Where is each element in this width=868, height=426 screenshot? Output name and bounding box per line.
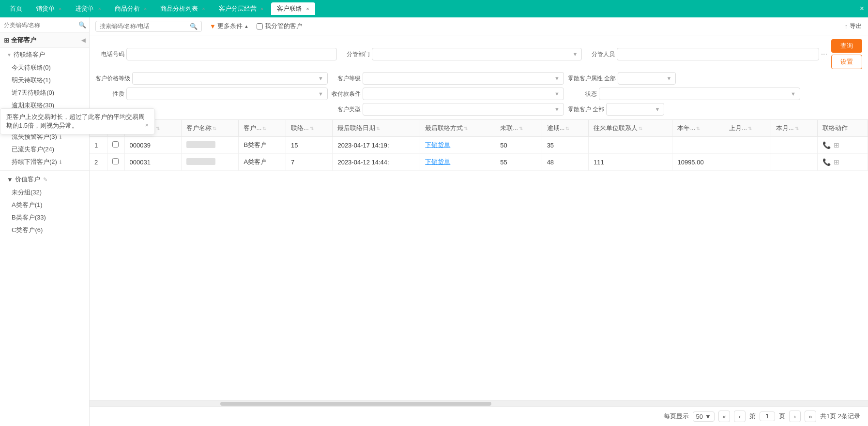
first-page-btn[interactable]: « bbox=[718, 411, 730, 422]
th-overdue[interactable]: 逾期...⇅ bbox=[542, 120, 588, 137]
search-input[interactable] bbox=[100, 23, 188, 29]
sidebar-item-ungroup[interactable]: 未分组(32) bbox=[0, 186, 89, 199]
sidebar-item-7days-label: 近7天待联络(0) bbox=[12, 89, 54, 96]
customers-icon: ⊞ bbox=[4, 37, 9, 44]
filter-cell-customer-level: 客户等级 ▼ bbox=[332, 72, 564, 85]
last-page-btn[interactable]: » bbox=[805, 411, 816, 422]
horizontal-scrollbar[interactable] bbox=[90, 400, 868, 406]
pending-contact-group[interactable]: ▼ 待联络客户 bbox=[0, 48, 89, 61]
more-conditions-button[interactable]: ▼ 更多条件 ▲ bbox=[206, 20, 253, 32]
nav-tab-purchase[interactable]: 进货单 × bbox=[69, 2, 107, 15]
table-header-row: ⚙ 客户编码⇅ 客户名称⇅ 客户...⇅ 联络...⇅ 最后联络日期⇅ 最后联络… bbox=[90, 120, 868, 137]
sidebar-item-7days[interactable]: 近7天待联络(0) bbox=[0, 87, 89, 99]
cell-code: 000039 bbox=[124, 137, 182, 154]
th-this-month[interactable]: 本月...⇅ bbox=[771, 120, 817, 137]
nav-tab-customer-contact[interactable]: 客户联络 × bbox=[271, 2, 315, 15]
cell-checkbox[interactable] bbox=[107, 137, 124, 154]
ungroup-label: 未分组(32) bbox=[12, 189, 42, 196]
sidebar-item-b-class[interactable]: B类客户(33) bbox=[0, 211, 89, 224]
sidebar-item-today-label: 今天待联络(0) bbox=[12, 64, 51, 71]
value-customers-edit-icon[interactable]: ✎ bbox=[43, 176, 47, 183]
tooltip-close-icon[interactable]: × bbox=[145, 121, 149, 129]
payment-select[interactable]: ▼ bbox=[363, 88, 564, 100]
phone-input[interactable] bbox=[126, 48, 337, 60]
nav-tab-analysis-close[interactable]: × bbox=[144, 6, 147, 12]
nav-tab-customer-tier[interactable]: 客户分层经营 × bbox=[213, 2, 269, 15]
sidebar-search-input[interactable] bbox=[4, 22, 76, 29]
scrollbar-thumb[interactable] bbox=[220, 402, 491, 406]
prev-page-btn[interactable]: ‹ bbox=[734, 411, 746, 422]
lost-preview-info-icon[interactable]: ℹ bbox=[60, 134, 61, 140]
manager-dots-btn[interactable]: ··· bbox=[821, 50, 827, 59]
all-customers-header[interactable]: ⊞ 全部客户 ◀ bbox=[0, 33, 89, 48]
my-customer-checkbox-group[interactable]: 我分管的客户 bbox=[257, 22, 303, 30]
action-phone-icon[interactable]: 📞 bbox=[822, 141, 831, 149]
status-select[interactable]: ▼ bbox=[599, 88, 800, 100]
export-button[interactable]: ↑ 导出 bbox=[845, 22, 863, 30]
nav-tab-purchase-close[interactable]: × bbox=[98, 6, 101, 12]
value-customers-group[interactable]: ▼ 价值客户 ✎ bbox=[0, 173, 89, 186]
filter-cell-dept: 分管部门 ▼ bbox=[341, 48, 582, 60]
last-method-link[interactable]: 下销货单 bbox=[425, 141, 450, 148]
window-close-button[interactable]: × bbox=[860, 4, 864, 13]
setting-button[interactable]: 设置 bbox=[831, 55, 862, 69]
last-method-link[interactable]: 下销货单 bbox=[425, 158, 450, 165]
query-button[interactable]: 查询 bbox=[831, 39, 862, 53]
sidebar-item-keep-declining[interactable]: 持续下滑客户(2) ℹ bbox=[0, 156, 89, 168]
action-grid-icon[interactable]: ⊞ bbox=[834, 141, 839, 149]
cell-checkbox[interactable] bbox=[107, 154, 124, 171]
th-un-contacted[interactable]: 未联...⇅ bbox=[495, 120, 542, 137]
sidebar-item-c-class[interactable]: C类客户(6) bbox=[0, 224, 89, 236]
filter-row-1: 电话号码 分管部门 ▼ 分管人员 ··· 查询 设置 bbox=[95, 39, 862, 69]
cell-last-month bbox=[724, 137, 771, 154]
toolbar: 🔍 ▼ 更多条件 ▲ 我分管的客户 ↑ 导出 bbox=[90, 17, 868, 35]
customer-type-select[interactable]: ▼ bbox=[363, 103, 564, 116]
manager-input[interactable] bbox=[617, 48, 819, 60]
c-class-label: C类客户(6) bbox=[12, 226, 43, 234]
sparse-customer-select[interactable]: ▼ bbox=[606, 103, 664, 116]
nav-tab-analysis[interactable]: 商品分析 × bbox=[109, 2, 152, 15]
th-this-year[interactable]: 本年...⇅ bbox=[672, 120, 724, 137]
nav-tab-analysis-list[interactable]: 商品分析列表 × bbox=[154, 2, 211, 15]
next-page-btn[interactable]: › bbox=[789, 411, 801, 422]
nav-tab-sales[interactable]: 销货单 × bbox=[30, 2, 67, 15]
pending-triangle-icon: ▼ bbox=[7, 52, 12, 58]
search-icon-btn[interactable]: 🔍 bbox=[190, 23, 198, 30]
nav-tab-customer-tier-close[interactable]: × bbox=[260, 6, 263, 12]
nav-tab-sales-close[interactable]: × bbox=[59, 6, 61, 12]
th-last-contact-method[interactable]: 最后联络方式⇅ bbox=[420, 120, 495, 137]
cell-last-method[interactable]: 下销货单 bbox=[420, 154, 495, 171]
filter-cell-sparse-customer: 零散客户 全部 ▼ bbox=[568, 103, 800, 116]
row-checkbox[interactable] bbox=[112, 141, 119, 147]
row-checkbox[interactable] bbox=[112, 158, 119, 164]
th-contact-person[interactable]: 往来单位联系人⇅ bbox=[589, 120, 672, 137]
action-phone-icon[interactable]: 📞 bbox=[822, 158, 831, 166]
th-last-contact-date[interactable]: 最后联络日期⇅ bbox=[333, 120, 420, 137]
phone-label: 电话号码 bbox=[95, 50, 124, 59]
th-name[interactable]: 客户名称⇅ bbox=[182, 120, 239, 137]
sidebar-item-already-lost[interactable]: 已流失客户(24) bbox=[0, 143, 89, 156]
price-level-select[interactable]: ▼ bbox=[132, 72, 328, 85]
action-grid-icon[interactable]: ⊞ bbox=[834, 158, 839, 166]
sidebar-item-tomorrow[interactable]: 明天待联络(1) bbox=[0, 74, 89, 87]
my-customer-checkbox[interactable] bbox=[257, 23, 263, 29]
th-last-month[interactable]: 上月...⇅ bbox=[724, 120, 771, 137]
nav-tab-customer-contact-close[interactable]: × bbox=[306, 6, 309, 12]
cell-last-method[interactable]: 下销货单 bbox=[420, 137, 495, 154]
sidebar-search-icon[interactable]: 🔍 bbox=[78, 21, 86, 29]
nav-tab-analysis-list-close[interactable]: × bbox=[202, 6, 205, 12]
nav-tab-analysis-list-label: 商品分析列表 bbox=[160, 4, 198, 13]
keep-declining-info-icon[interactable]: ℹ bbox=[60, 159, 61, 165]
th-level[interactable]: 客户...⇅ bbox=[239, 120, 286, 137]
sidebar-item-a-class[interactable]: A类客户(1) bbox=[0, 199, 89, 211]
th-contact-count[interactable]: 联络...⇅ bbox=[286, 120, 333, 137]
customer-level-select[interactable]: ▼ bbox=[363, 72, 564, 85]
nature-select[interactable]: ▼ bbox=[126, 88, 328, 100]
sidebar-item-today[interactable]: 今天待联络(0) bbox=[0, 61, 89, 74]
already-lost-label: 已流失客户(24) bbox=[12, 146, 54, 153]
sparse-attr-select[interactable]: ▼ bbox=[618, 72, 676, 85]
page-number-input[interactable] bbox=[760, 411, 775, 421]
dept-select[interactable]: ▼ bbox=[372, 48, 582, 60]
page-size-select[interactable]: 50 ▼ bbox=[693, 411, 715, 422]
nav-tab-home[interactable]: 首页 bbox=[4, 2, 28, 15]
